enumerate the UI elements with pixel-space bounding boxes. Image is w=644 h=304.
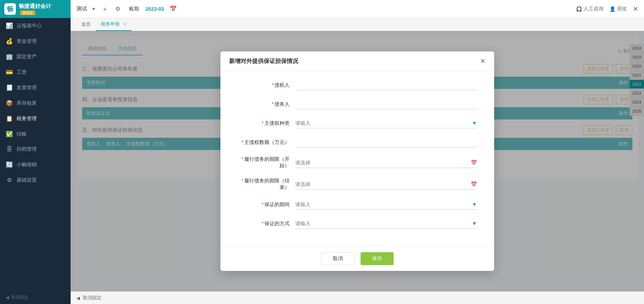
save-button[interactable]: 保存: [361, 252, 394, 265]
settings-gear-icon[interactable]: ⚙: [114, 4, 122, 14]
guarantee-period-select-wrapper: ▼: [295, 199, 477, 210]
sidebar-item-label: 库存核算: [17, 100, 37, 106]
debtor-label: *债务人: [238, 101, 295, 108]
period-end-calendar-icon[interactable]: 📅: [471, 181, 477, 187]
form-row-guarantee-period: *保证的期间 ▼: [238, 199, 477, 210]
sidebar-item-label: 云报表中心: [17, 23, 42, 29]
add-guarantee-modal: 新增对外提供保证担保情况 ✕ *债权人: [220, 51, 494, 271]
claim-amount-label: *主债权数额（万元）: [238, 139, 295, 146]
sidebar-item-label: 固定资产: [17, 54, 37, 60]
payroll-icon: 💳: [6, 69, 13, 76]
period-end-input[interactable]: [295, 181, 471, 187]
sidebar-item-cloud-reports[interactable]: 📊 云报表中心: [0, 18, 71, 33]
xiao-chui-icon: 🔄: [6, 161, 13, 168]
form-row-claim-type: *主债权种类 ▼: [238, 118, 477, 128]
sidebar-item-inventory[interactable]: 📦 库存核算: [0, 95, 71, 111]
guarantee-method-input[interactable]: [295, 221, 472, 226]
sidebar-item-label: 小畅报销: [17, 162, 37, 168]
company-name: 测试: [76, 5, 87, 12]
modal-title: 新增对外提供保证担保情况: [229, 58, 298, 65]
main-area: 测试 ▼ ＋ ⚙ 账期 2023-03 📅 🎧 人工咨询 👤 用友 ✕: [71, 0, 644, 304]
sidebar-item-xiao-chui[interactable]: 🔄 小畅报销: [0, 157, 71, 172]
company-chevron-icon[interactable]: ▼: [91, 6, 96, 12]
tax-mgmt-icon: 📋: [6, 115, 13, 122]
window-close-icon[interactable]: ✕: [633, 5, 638, 13]
app-header: 测试 ▼ ＋ ⚙ 账期 2023-03 📅 🎧 人工咨询 👤 用友 ✕: [71, 0, 644, 18]
sidebar-footer[interactable]: ◀ 取消固定: [0, 290, 71, 304]
bottom-bar[interactable]: ◀ 取消固定: [71, 291, 644, 304]
sidebar: 畅 畅捷通好会计 旗舰版 📊 云报表中心 💰 资金管理 🏢 固定资产 💳: [0, 0, 71, 304]
form-row-creditor: *债权人: [238, 80, 477, 90]
sidebar-item-archive-mgmt[interactable]: 🗄 归档管理: [0, 142, 71, 157]
logo-icon: 畅: [4, 3, 16, 15]
user-icon: 👤: [609, 6, 616, 12]
checkout-icon: ✅: [6, 131, 13, 137]
calendar-icon[interactable]: 📅: [170, 5, 177, 12]
modal-close-button[interactable]: ✕: [480, 57, 486, 65]
sidebar-item-label: 税务管理: [17, 115, 37, 122]
content-area: 基础信息 其他信息 ↻ 刷新 三、有限责任公司本年度 复制: [71, 31, 644, 291]
logo-name: 畅捷通好会计: [19, 3, 51, 9]
tab-home[interactable]: 首页: [76, 18, 96, 31]
sidebar-item-fund-mgmt[interactable]: 💰 资金管理: [0, 33, 71, 49]
user-button[interactable]: 👤 用友: [609, 6, 627, 12]
edition-badge: 旗舰版: [20, 10, 35, 15]
fund-mgmt-icon: 💰: [6, 38, 13, 45]
cancel-button[interactable]: 取消: [321, 252, 355, 265]
sidebar-nav: 📊 云报表中心 💰 资金管理 🏢 固定资产 💳 工资 🧾 发票管理 📦: [0, 18, 71, 290]
sidebar-item-fixed-assets[interactable]: 🏢 固定资产: [0, 49, 71, 64]
sidebar-item-tax-mgmt[interactable]: 📋 税务管理: [0, 111, 71, 126]
form-row-debtor: *债务人: [238, 99, 477, 109]
cloud-reports-icon: 📊: [6, 22, 13, 29]
form-row-guarantee-method: *保证的方式 ▼: [238, 218, 477, 229]
fixed-assets-icon: 🏢: [6, 53, 13, 60]
collapse-arrow-icon: ◀: [76, 295, 80, 301]
sidebar-logo: 畅 畅捷通好会计 旗舰版: [0, 0, 71, 18]
archive-icon: 🗄: [6, 146, 13, 153]
sidebar-item-label: 结账: [17, 131, 27, 137]
period-end-date-wrapper: 📅: [295, 179, 477, 190]
creditor-input[interactable]: [295, 80, 477, 90]
modal-header: 新增对外提供保证担保情况 ✕: [220, 51, 494, 71]
guarantee-period-chevron-icon[interactable]: ▼: [472, 201, 477, 207]
guarantee-method-label: *保证的方式: [238, 221, 295, 227]
period-label: 账期: [129, 6, 139, 12]
claim-type-chevron-icon[interactable]: ▼: [472, 120, 477, 126]
sidebar-item-payroll[interactable]: 💳 工资: [0, 64, 71, 80]
sidebar-collapse-icon: ◀: [6, 295, 9, 300]
sidebar-item-invoice-mgmt[interactable]: 🧾 发票管理: [0, 80, 71, 95]
sidebar-item-label: 归档管理: [17, 146, 37, 153]
inventory-icon: 📦: [6, 100, 13, 106]
service-button[interactable]: 🎧 人工咨询: [576, 6, 604, 12]
add-button[interactable]: ＋: [100, 3, 109, 15]
headset-icon: 🎧: [576, 6, 582, 12]
header-right: 🎧 人工咨询 👤 用友 ✕: [576, 5, 638, 13]
guarantee-period-input[interactable]: [295, 201, 472, 207]
claim-amount-input[interactable]: [295, 137, 477, 148]
tab-tax-report[interactable]: 税务申报 ✕: [96, 18, 131, 31]
period-start-calendar-icon[interactable]: 📅: [471, 160, 477, 165]
guarantee-period-label: *保证的期间: [238, 201, 295, 208]
claim-type-select-wrapper: ▼: [295, 118, 477, 128]
guarantee-method-select-wrapper: ▼: [295, 218, 477, 229]
sidebar-item-label: 资金管理: [17, 38, 37, 45]
guarantee-method-chevron-icon[interactable]: ▼: [472, 221, 477, 226]
debtor-input[interactable]: [295, 99, 477, 109]
sidebar-item-label: 基础设置: [17, 177, 37, 183]
claim-type-input[interactable]: [295, 120, 472, 126]
sidebar-item-label: 工资: [17, 69, 27, 76]
period-end-label: *履行债务的期限（结束）: [238, 178, 295, 191]
form-row-claim-amount: *主债权数额（万元）: [238, 137, 477, 148]
period-start-label: *履行债务的期限（开始）: [238, 156, 295, 169]
tab-close-icon[interactable]: ✕: [123, 22, 126, 26]
service-label: 人工咨询: [583, 6, 604, 12]
period-value: 2023-03: [146, 6, 164, 12]
modal-backdrop: 新增对外提供保证担保情况 ✕ *债权人: [71, 31, 644, 291]
sidebar-item-basic-settings[interactable]: ⚙ 基础设置: [0, 172, 71, 188]
sidebar-item-checkout[interactable]: ✅ 结账: [0, 126, 71, 142]
sidebar-item-label: 发票管理: [17, 85, 37, 91]
claim-type-label: *主债权种类: [238, 120, 295, 127]
period-start-input[interactable]: [295, 160, 471, 165]
period-start-date-wrapper: 📅: [295, 158, 477, 168]
modal-footer: 取消 保存: [220, 246, 494, 271]
